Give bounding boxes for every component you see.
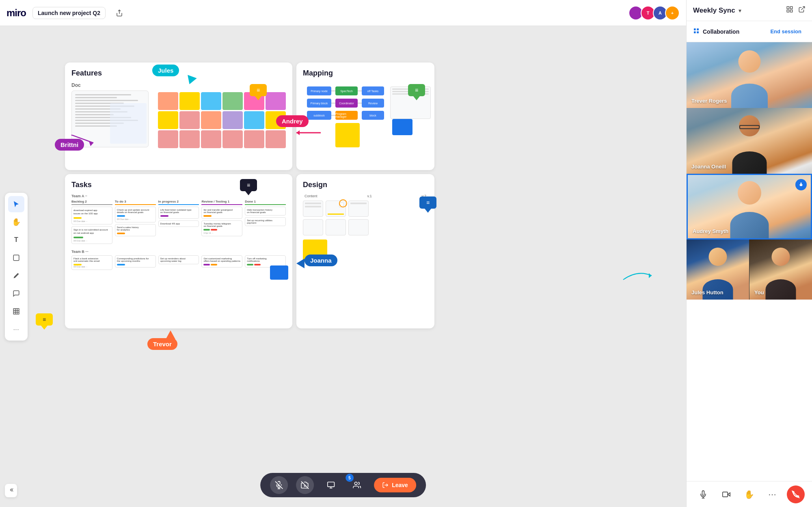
ctrl-mic-button[interactable]: [694, 485, 712, 503]
kanban-card: Set up recurring utilitiespayment: [245, 217, 286, 226]
kanban-col-todo: To do 3 Check up and update accountdetai…: [115, 200, 156, 246]
svg-line-19: [301, 481, 309, 489]
sticky-note: [266, 92, 286, 110]
leave-button[interactable]: Leave: [374, 478, 416, 492]
sticky-note: [201, 92, 221, 110]
panel-header-icons: [786, 6, 806, 15]
text-tool[interactable]: T: [8, 232, 24, 248]
panel-grid-icon[interactable]: [786, 6, 793, 15]
active-speaker-icon: [795, 179, 807, 190]
map-node: Primary node: [307, 86, 331, 95]
more-tools[interactable]: ···: [8, 321, 24, 337]
svg-rect-26: [790, 6, 793, 9]
svg-marker-36: [728, 492, 730, 496]
design-frame: [348, 201, 369, 217]
map-node: Review: [362, 99, 384, 108]
session-dropdown[interactable]: ▾: [739, 7, 741, 14]
ctrl-camera-button[interactable]: [717, 485, 735, 503]
sticky-tool[interactable]: [8, 250, 24, 266]
design-title: Design: [303, 181, 428, 189]
map-node: Primary block: [307, 99, 331, 108]
sticky-note: [201, 111, 221, 129]
features-section: Features Doc: [65, 63, 292, 170]
select-tool[interactable]: [8, 196, 24, 212]
mic-mute-button[interactable]: [270, 476, 288, 494]
panel-header: Weekly Sync ▾: [687, 0, 812, 21]
canvas-area: miro Launch new project Q2 T A +: [0, 0, 686, 507]
kanban-col-b1: Flack a bank extensionunit automatic thi…: [71, 255, 112, 272]
doc-label: Doc: [71, 82, 151, 88]
camera-off-button[interactable]: [296, 476, 314, 494]
design-frame: [303, 201, 323, 217]
svg-rect-27: [790, 10, 793, 12]
svg-rect-1: [13, 255, 19, 261]
screen-share-button[interactable]: [322, 476, 340, 494]
svg-line-29: [801, 6, 805, 10]
kanban-card: Tuesday money telegramon financial goals…: [201, 220, 242, 236]
video-cell-trever: Trever Rogers: [687, 42, 812, 108]
svg-point-23: [354, 482, 357, 485]
chat-bubble-dark: ≡: [240, 179, 257, 195]
sticky-note: [222, 130, 243, 148]
sticky-note: [222, 111, 243, 129]
tasks-section: Tasks Team A ·· Backlog 2 download expir…: [65, 174, 292, 328]
joanna-cursor: [296, 259, 304, 268]
collaboration-label: Collaboration: [703, 28, 763, 35]
right-panel: Weekly Sync ▾: [686, 0, 812, 507]
ctrl-hand-button[interactable]: ✋: [741, 485, 758, 503]
ctrl-more-button[interactable]: ⋯: [764, 485, 782, 503]
sticky-note: [158, 130, 178, 148]
kanban-card: Send a sales historyfor analytics: [115, 224, 156, 236]
sticky-note: [179, 130, 200, 148]
participant-badge-jules: Jules: [152, 65, 179, 76]
svg-rect-31: [697, 28, 699, 30]
mapping-sticky-blue: [392, 119, 412, 135]
kanban-card: Get customized marketingoffers based on …: [201, 255, 242, 268]
kanban-col-backlog: Backlog 2 download expired appissues on …: [71, 200, 112, 246]
design-frame: [326, 219, 346, 235]
participant-badge-joanna: Joanna: [304, 255, 337, 266]
video-bottom-row: Jules Hutton You: [687, 239, 812, 300]
design-section: Design Content v.1 v.2: [296, 174, 434, 328]
svg-rect-33: [697, 31, 699, 33]
kanban-card: Life feed ticker outdated typeon financi…: [158, 207, 199, 219]
sticky-note: [179, 111, 200, 129]
kanban-card: Check up and update accountdetails on fi…: [115, 207, 156, 222]
video-cell-joanna: Joanna Oneill: [687, 108, 812, 174]
panel-external-icon[interactable]: [798, 6, 806, 15]
video-grid: Trever Rogers Joanna Oneill Audrey Smy: [687, 42, 812, 481]
kanban-card: Sign in is not submitted accounton net a…: [71, 226, 112, 244]
chat-bubble-green: ≡: [408, 84, 425, 100]
chat-bubble-blue: ≡: [419, 196, 436, 213]
end-session-button[interactable]: End session: [766, 26, 806, 37]
hand-tool[interactable]: ✋: [8, 214, 24, 230]
participants-button-wrap: 5: [348, 476, 366, 494]
miro-logo: miro: [6, 7, 26, 19]
map-node: block: [362, 111, 384, 120]
kanban-col-b4: Get customized marketingoffers based on …: [201, 255, 242, 272]
comment-tool[interactable]: [8, 285, 24, 302]
svg-marker-13: [649, 273, 652, 278]
project-title[interactable]: Launch new project Q2: [32, 7, 106, 19]
design-content: Content v.1 v.2: [303, 194, 428, 308]
frame-tool[interactable]: [8, 303, 24, 319]
kanban-card: download expired appissues on the 10D ap…: [71, 207, 112, 224]
svg-rect-3: [13, 309, 19, 314]
left-toolbar: ✋ T ···: [5, 193, 28, 341]
svg-line-38: [792, 490, 799, 498]
collaboration-row: Collaboration End session: [687, 21, 812, 42]
pen-tool[interactable]: [8, 268, 24, 284]
svg-rect-32: [694, 31, 696, 33]
avatar-group: T A +: [628, 6, 680, 20]
svg-line-2: [14, 273, 19, 278]
ctrl-end-call-button[interactable]: [787, 485, 805, 503]
board-canvas[interactable]: ✋ T ··· Features: [0, 26, 686, 507]
video-cell-jules: Jules Hutton: [687, 239, 749, 300]
collapse-panel-button[interactable]: [5, 484, 17, 497]
design-frame: [348, 219, 369, 235]
header: miro Launch new project Q2 T A +: [0, 0, 686, 26]
design-arrow: [621, 268, 654, 284]
andrey-arrow: [292, 127, 325, 139]
share-button[interactable]: [112, 6, 127, 20]
team-b-label: Team B ···: [71, 250, 286, 254]
